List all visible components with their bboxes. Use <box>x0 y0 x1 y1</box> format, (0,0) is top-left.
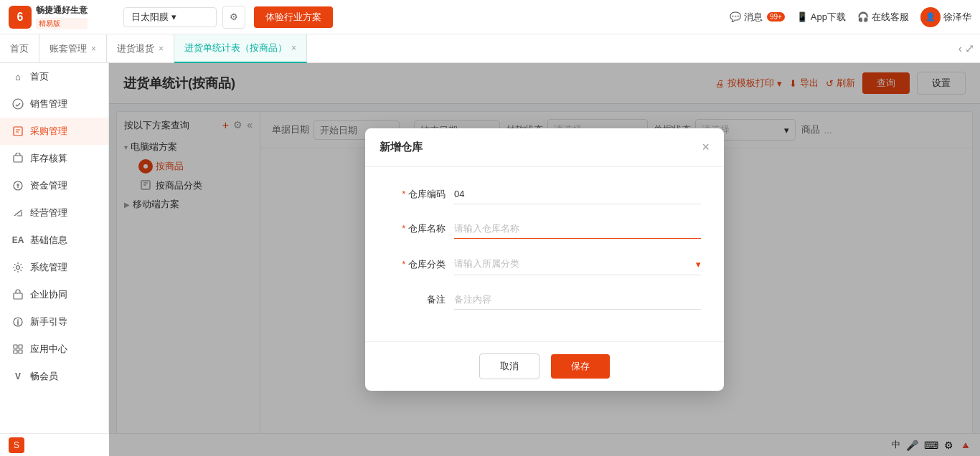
svg-rect-5 <box>14 293 22 299</box>
sidebar-item-sales[interactable]: 销售管理 <box>0 90 108 118</box>
category-required-star: * <box>402 259 405 270</box>
svg-rect-2 <box>14 156 22 162</box>
svg-point-0 <box>13 99 23 109</box>
tab-purchase-return[interactable]: 进货退货 × <box>107 34 174 63</box>
base-icon: EA <box>11 234 24 247</box>
code-row: * 仓库编码 <box>388 184 701 204</box>
modal-overlay[interactable]: 新增仓库 × * 仓库编码 * <box>109 63 980 456</box>
operations-icon <box>11 206 24 219</box>
sidebar-item-system[interactable]: 系统管理 <box>0 254 108 281</box>
vip-icon: V <box>11 370 24 383</box>
apps-icon <box>11 343 24 356</box>
sidebar-item-enterprise[interactable]: 企业协同 <box>0 281 108 308</box>
sidebar: ⌂ 首页 销售管理 采购管理 库存核算 资金管理 <box>0 63 109 456</box>
finance-icon <box>11 179 24 192</box>
brand-badge: 精易版 <box>36 18 88 29</box>
headset-icon: 🎧 <box>857 11 869 22</box>
settings-icon[interactable]: ⚙ <box>222 6 245 29</box>
sidebar-item-inventory[interactable]: 库存核算 <box>0 145 108 172</box>
category-row: * 仓库分类 请输入所属分类 ▾ <box>388 253 701 275</box>
app-logo-icon: 6 <box>9 6 32 29</box>
dialog-title: 新增仓库 <box>380 141 423 154</box>
code-required-star: * <box>402 189 405 199</box>
tab-close-purchase-return[interactable]: × <box>159 44 164 54</box>
purchase-icon <box>11 125 24 138</box>
sidebar-item-operations[interactable]: 经营管理 <box>0 199 108 227</box>
avatar: 👤 <box>920 7 941 27</box>
category-select[interactable]: 请输入所属分类 ▾ <box>454 253 701 275</box>
remark-row: 备注 <box>388 290 701 310</box>
svg-rect-7 <box>14 345 17 348</box>
save-button[interactable]: 保存 <box>551 354 610 379</box>
code-label: * 仓库编码 <box>388 188 446 201</box>
tab-prev-icon[interactable]: ‹ <box>958 42 962 55</box>
sidebar-item-finance[interactable]: 资金管理 <box>0 172 108 199</box>
tab-accounts[interactable]: 账套管理 × <box>39 34 107 63</box>
chevron-down-icon: ▾ <box>171 11 176 22</box>
system-icon <box>11 261 24 274</box>
message-badge: 99+ <box>767 12 785 22</box>
tab-purchase-stats[interactable]: 进货单统计表（按商品） × <box>174 34 307 63</box>
name-label: * 仓库名称 <box>388 222 446 235</box>
warehouse-code-input[interactable] <box>454 184 701 204</box>
home-icon: ⌂ <box>11 70 24 83</box>
svg-point-4 <box>17 266 20 270</box>
sidebar-item-base[interactable]: EA 基础信息 <box>0 227 108 254</box>
name-row: * 仓库名称 <box>388 219 701 239</box>
message-icon: 💬 <box>730 11 741 22</box>
status-logo: S <box>9 437 24 453</box>
inventory-icon <box>11 152 24 165</box>
logo-area: 6 畅捷通好生意 精易版 <box>9 4 118 29</box>
category-chevron-icon: ▾ <box>696 259 701 270</box>
sidebar-item-guide[interactable]: 新手引导 <box>0 308 108 336</box>
category-label: * 仓库分类 <box>388 258 446 271</box>
online-service-button[interactable]: 🎧 在线客服 <box>857 11 909 24</box>
warehouse-name-input[interactable] <box>454 219 701 239</box>
cancel-button[interactable]: 取消 <box>479 353 540 379</box>
brand-text: 畅捷通好生意 精易版 <box>36 4 88 29</box>
app-download-button[interactable]: 📱 App下载 <box>796 11 846 24</box>
tab-actions: ‹ ⤢ <box>953 42 980 55</box>
new-warehouse-dialog: 新增仓库 × * 仓库编码 * <box>365 128 724 391</box>
dialog-body: * 仓库编码 * 仓库名称 <box>365 167 724 341</box>
top-bar: 6 畅捷通好生意 精易版 日太阳膜 ▾ ⚙ 体验行业方案 💬 消息 99+ 📱 … <box>0 0 980 34</box>
remark-label: 备注 <box>388 293 446 306</box>
tab-home[interactable]: 首页 <box>0 34 39 63</box>
dialog-close-icon[interactable]: × <box>702 140 710 155</box>
tab-expand-icon[interactable]: ⤢ <box>965 42 974 55</box>
store-name: 日太阳膜 <box>131 11 169 24</box>
sidebar-item-apps[interactable]: 应用中心 <box>0 336 108 363</box>
dialog-header: 新增仓库 × <box>365 128 724 167</box>
tab-close-accounts[interactable]: × <box>91 44 96 54</box>
dialog-footer: 取消 保存 <box>365 341 724 391</box>
store-selector[interactable]: 日太阳膜 ▾ <box>123 7 217 27</box>
svg-rect-8 <box>19 345 22 348</box>
messages-button[interactable]: 💬 消息 99+ <box>730 11 785 24</box>
user-name: 徐泽华 <box>943 11 971 24</box>
trial-button[interactable]: 体验行业方案 <box>254 6 333 28</box>
enterprise-icon <box>11 288 24 301</box>
main-layout: ⌂ 首页 销售管理 采购管理 库存核算 资金管理 <box>0 63 980 456</box>
sidebar-item-home[interactable]: ⌂ 首页 <box>0 63 108 90</box>
guide-icon <box>11 315 24 328</box>
tab-bar: 首页 账套管理 × 进货退货 × 进货单统计表（按商品） × ‹ ⤢ <box>0 34 980 63</box>
phone-icon: 📱 <box>796 11 808 22</box>
svg-rect-9 <box>14 350 17 353</box>
remark-input[interactable] <box>454 290 701 310</box>
sales-icon <box>11 98 24 110</box>
category-placeholder: 请输入所属分类 <box>454 257 696 270</box>
sidebar-item-vip[interactable]: V 畅会员 <box>0 363 108 390</box>
user-menu[interactable]: 👤 徐泽华 <box>920 7 971 27</box>
top-right-area: 💬 消息 99+ 📱 App下载 🎧 在线客服 👤 徐泽华 <box>730 7 971 27</box>
content-area: 进货单统计(按商品) 🖨 按模板打印 ▾ ⬇ 导出 ↺ 刷新 查询 设置 <box>109 63 980 456</box>
svg-rect-10 <box>19 350 22 353</box>
name-required-star: * <box>402 223 405 234</box>
tab-close-purchase-stats[interactable]: × <box>291 43 296 53</box>
sidebar-item-purchase[interactable]: 采购管理 <box>0 118 108 145</box>
svg-rect-1 <box>14 127 22 136</box>
